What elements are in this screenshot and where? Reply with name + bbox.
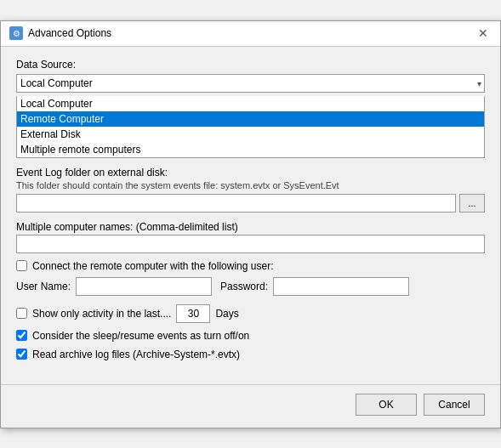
close-button[interactable]: ✕ bbox=[475, 25, 492, 42]
connect-remote-row: Connect the remote computer with the fol… bbox=[16, 260, 485, 272]
show-activity-row: Show only activity in the last.... Days bbox=[16, 304, 485, 323]
sleep-resume-checkbox[interactable] bbox=[16, 330, 27, 341]
event-log-label: Event Log folder on external disk: bbox=[16, 167, 485, 179]
dropdown-open-list: Local Computer Remote Computer External … bbox=[16, 96, 485, 158]
password-input[interactable] bbox=[273, 277, 409, 296]
sleep-resume-label: Consider the sleep/resume events as turn… bbox=[32, 330, 249, 342]
dialog-title: Advanced Options bbox=[28, 27, 111, 39]
archive-log-row: Read archive log files (Archive-System-*… bbox=[16, 349, 485, 360]
show-activity-checkbox[interactable] bbox=[16, 308, 27, 319]
event-log-sublabel: This folder should contain the system ev… bbox=[16, 180, 485, 190]
ok-button[interactable]: OK bbox=[356, 394, 417, 416]
event-log-row: ... bbox=[16, 194, 485, 213]
data-source-label: Data Source: bbox=[16, 59, 485, 71]
archive-log-checkbox[interactable] bbox=[16, 349, 27, 360]
dropdown-item-local[interactable]: Local Computer bbox=[17, 96, 484, 111]
days-input[interactable] bbox=[176, 304, 210, 323]
username-input[interactable] bbox=[76, 277, 212, 296]
advanced-options-dialog: ⚙ Advanced Options ✕ Data Source: Local … bbox=[0, 20, 501, 428]
dropdown-item-multiple[interactable]: Multiple remote computers bbox=[17, 142, 484, 157]
connect-remote-checkbox[interactable] bbox=[16, 260, 27, 271]
title-bar: ⚙ Advanced Options ✕ bbox=[1, 21, 500, 47]
title-bar-left: ⚙ Advanced Options bbox=[9, 26, 111, 40]
event-log-input[interactable] bbox=[16, 194, 456, 213]
browse-button[interactable]: ... bbox=[459, 194, 485, 213]
dialog-icon: ⚙ bbox=[9, 26, 23, 40]
username-label: User Name: bbox=[16, 281, 71, 292]
password-label: Password: bbox=[220, 281, 268, 292]
dropdown-item-remote[interactable]: Remote Computer bbox=[17, 111, 484, 127]
data-source-dropdown-wrapper: Local Computer Remote Computer External … bbox=[16, 74, 485, 93]
archive-log-label: Read archive log files (Archive-System-*… bbox=[32, 349, 240, 360]
multiple-computers-input[interactable] bbox=[16, 235, 485, 253]
multiple-computers-row bbox=[16, 235, 485, 253]
password-field: Password: bbox=[220, 277, 409, 296]
dropdown-item-external[interactable]: External Disk bbox=[17, 127, 484, 142]
user-pass-row: User Name: Password: bbox=[16, 277, 485, 296]
dialog-footer: OK Cancel bbox=[1, 384, 500, 428]
dialog-content: Data Source: Local Computer Remote Compu… bbox=[1, 47, 500, 376]
data-source-select[interactable]: Local Computer Remote Computer External … bbox=[16, 74, 485, 93]
days-label: Days bbox=[215, 308, 238, 320]
cancel-button[interactable]: Cancel bbox=[424, 394, 485, 416]
username-field: User Name: bbox=[16, 277, 212, 296]
connect-remote-label: Connect the remote computer with the fol… bbox=[32, 260, 273, 272]
sleep-resume-row: Consider the sleep/resume events as turn… bbox=[16, 330, 485, 342]
multiple-computers-label: Multiple computer names: (Comma-delimite… bbox=[16, 221, 485, 233]
show-activity-label: Show only activity in the last.... bbox=[32, 308, 171, 320]
